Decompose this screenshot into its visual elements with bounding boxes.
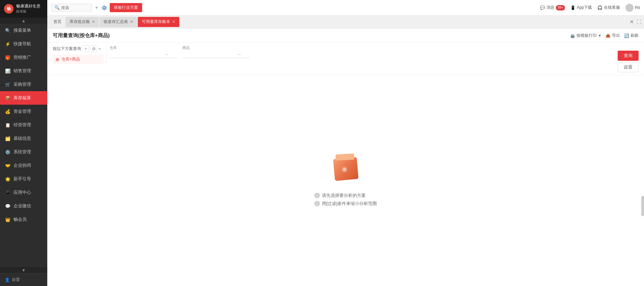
main-wrap: 🔍 ▼ ⚙️ 体验行业方案 💬 消息 99+ 📱 App下载 🎧 在线客服 Ri… xyxy=(47,0,644,286)
empty-tip-1: 1 请先选择要分析的方案 xyxy=(314,192,377,199)
sidebar-item-member[interactable]: 👑 畅会员 xyxy=(0,213,47,226)
marketing-icon: 🎁 xyxy=(5,54,11,60)
guide-icon: 🌟 xyxy=(5,176,11,182)
print-icon: 🖨️ xyxy=(570,33,575,38)
member-icon: 👑 xyxy=(5,216,11,223)
sidebar-scroll-up[interactable]: ▲ xyxy=(0,18,47,24)
topbar: 🔍 ▼ ⚙️ 体验行业方案 💬 消息 99+ 📱 App下载 🎧 在线客服 Ri… xyxy=(47,0,644,16)
empty-state: 1 请先选择要分析的方案 2 用[过滤]条件来缩小分析范围 xyxy=(47,75,644,286)
page-header-actions: 🖨️ 按模板打印 ▼ 📤 导出 🔄 刷新 xyxy=(570,33,639,38)
chevron-down-icon[interactable]: ▼ xyxy=(598,34,601,37)
operations-icon: 📋 xyxy=(5,122,11,128)
export-icon: 📤 xyxy=(606,33,611,38)
sidebar-item-guide[interactable]: 🌟 新手引导 xyxy=(0,172,47,186)
sidebar-item-base[interactable]: 🗂️ 基础信息 xyxy=(0,132,47,145)
page-content: 可用量查询(按仓库+商品) 🖨️ 按模板打印 ▼ 📤 导出 🔄 刷新 xyxy=(47,28,644,286)
sidebar-item-operations[interactable]: 📋 经营管理 xyxy=(0,118,47,132)
settings-icon: 👤 xyxy=(5,278,10,282)
topbar-search-wrap: 🔍 xyxy=(51,4,92,11)
tab-summary-close[interactable]: ✕ xyxy=(130,20,133,24)
tabs-bar: 首页 库存批次账 ✕ 收发存汇总表 ✕ 可用量库存账本 ✕ ✕ ⛶ xyxy=(47,16,644,28)
scheme-item-warehouse-product[interactable]: ⊕ 仓库+商品 xyxy=(53,55,104,64)
sidebar-item-shortcut[interactable]: ⚡ 快捷导航 xyxy=(0,37,47,51)
tabs-right-actions: ✕ ⛶ xyxy=(629,19,641,25)
filter-actions: 查询 设置 xyxy=(618,45,639,72)
message-button[interactable]: 💬 消息 99+ xyxy=(540,5,565,10)
empty-box-graphic xyxy=(333,157,358,181)
print-button[interactable]: 🖨️ 按模板打印 ▼ xyxy=(570,33,601,38)
sidebar-footer[interactable]: 👤 设置 xyxy=(0,273,47,286)
sidebar-item-system[interactable]: ⚙️ 系统管理 xyxy=(0,145,47,159)
wechat-icon: 💬 xyxy=(5,203,11,209)
sidebar-nav: 🔍 搜索菜单 ⚡ 快捷导航 🎁 营销推广 📊 销售管理 🛒 采购管理 📦 库存核… xyxy=(0,24,47,267)
sidebar-subtitle: 标准版 xyxy=(16,9,41,14)
sidebar-item-finance[interactable]: 💰 资金管理 xyxy=(0,105,47,118)
refresh-button[interactable]: 🔄 刷新 xyxy=(624,33,639,38)
scheme-item-icon: ⊕ xyxy=(55,57,59,62)
tab-home[interactable]: 首页 xyxy=(50,17,65,27)
sidebar-header: 畅 畅康通好生意 标准版 xyxy=(0,0,47,18)
headset-icon: 🎧 xyxy=(597,5,602,10)
base-icon: 🗂️ xyxy=(5,135,11,141)
tab-summary[interactable]: 收发存汇总表 ✕ xyxy=(100,17,137,27)
empty-illustration xyxy=(329,155,363,188)
product-input-wrap: ··· xyxy=(182,51,250,58)
tab-available[interactable]: 可用量库存账本 ✕ xyxy=(138,17,179,27)
search-input[interactable] xyxy=(61,5,88,10)
filter-settings-button[interactable]: 设置 xyxy=(618,62,639,72)
export-button[interactable]: 📤 导出 xyxy=(606,33,620,38)
sidebar-item-enterprise[interactable]: 🤝 企业协同 xyxy=(0,159,47,172)
sidebar-item-wechat[interactable]: 💬 企业微信 xyxy=(0,199,47,213)
filter-scheme-header: 按以下方案查询 + ⚙ « xyxy=(53,45,104,53)
filter-product-field: 商品 ··· xyxy=(182,45,250,58)
empty-tip-2: 2 用[过滤]条件来缩小分析范围 xyxy=(314,201,377,207)
warehouse-input-wrap: ··· xyxy=(109,51,177,58)
sidebar-item-search[interactable]: 🔍 搜索菜单 xyxy=(0,24,47,37)
sidebar-item-purchase[interactable]: 🛒 采购管理 xyxy=(0,78,47,91)
sidebar-item-sales[interactable]: 📊 销售管理 xyxy=(0,64,47,78)
collapse-icon[interactable]: « xyxy=(99,46,101,51)
settings-gear-icon[interactable]: ⚙️ xyxy=(101,5,107,10)
expand-tabs-button[interactable]: ⛶ xyxy=(637,19,641,25)
topbar-right: 💬 消息 99+ 📱 App下载 🎧 在线客服 Rit xyxy=(540,4,640,12)
sidebar-item-marketing[interactable]: 🎁 营销推广 xyxy=(0,51,47,64)
tab-batch[interactable]: 库存批次账 ✕ xyxy=(66,17,99,27)
scheme-settings-button[interactable]: ⚙ xyxy=(91,45,97,52)
refresh-icon: 🔄 xyxy=(624,33,629,38)
sidebar: 畅 畅康通好生意 标准版 ▲ 🔍 搜索菜单 ⚡ 快捷导航 🎁 营销推广 📊 销售… xyxy=(0,0,47,286)
close-all-tabs-button[interactable]: ✕ xyxy=(629,19,634,25)
filter-warehouse-field: 仓库 ··· xyxy=(109,45,177,58)
purchase-icon: 🛒 xyxy=(5,81,11,87)
app-download-button[interactable]: 📱 App下载 xyxy=(570,5,592,10)
finance-icon: 💰 xyxy=(5,108,11,114)
warehouse-more-button[interactable]: ··· xyxy=(165,52,168,57)
phone-icon: 📱 xyxy=(570,5,575,10)
enterprise-icon: 🤝 xyxy=(5,162,11,168)
customer-service-button[interactable]: 🎧 在线客服 xyxy=(597,5,620,10)
product-more-button[interactable]: ··· xyxy=(238,52,241,57)
page-header: 可用量查询(按仓库+商品) 🖨️ 按模板打印 ▼ 📤 导出 🔄 刷新 xyxy=(47,28,644,43)
tab-batch-close[interactable]: ✕ xyxy=(92,20,95,24)
filter-fields: 仓库 ··· 商品 ··· xyxy=(109,45,615,58)
tab-available-close[interactable]: ✕ xyxy=(172,20,175,24)
shortcut-icon: ⚡ xyxy=(5,41,11,47)
product-input[interactable] xyxy=(182,52,236,57)
search-icon: 🔍 xyxy=(54,5,60,10)
page-title: 可用量查询(按仓库+商品) xyxy=(53,32,110,39)
sidebar-item-inventory[interactable]: 📦 库存核算 xyxy=(0,91,47,105)
query-button[interactable]: 查询 xyxy=(618,51,639,61)
sidebar-title: 畅康通好生意 xyxy=(16,4,41,9)
system-icon: ⚙️ xyxy=(5,149,11,155)
filter-area: 按以下方案查询 + ⚙ « ⊕ 仓库+商品 仓库 ··· xyxy=(47,43,644,75)
tip-number-2: 2 xyxy=(314,201,320,206)
sidebar-item-appstore[interactable]: 📱 应用中心 xyxy=(0,186,47,199)
right-scrollbar[interactable] xyxy=(641,196,644,216)
user-profile-button[interactable]: Rit xyxy=(625,4,640,12)
sales-icon: 📊 xyxy=(5,68,11,74)
message-badge: 99+ xyxy=(556,5,565,10)
industry-solution-button[interactable]: 体验行业方案 xyxy=(110,3,142,12)
warehouse-input[interactable] xyxy=(109,52,163,57)
inventory-icon: 📦 xyxy=(5,95,11,101)
add-scheme-button[interactable]: + xyxy=(82,45,89,52)
sidebar-scroll-down[interactable]: ▼ xyxy=(0,267,47,273)
